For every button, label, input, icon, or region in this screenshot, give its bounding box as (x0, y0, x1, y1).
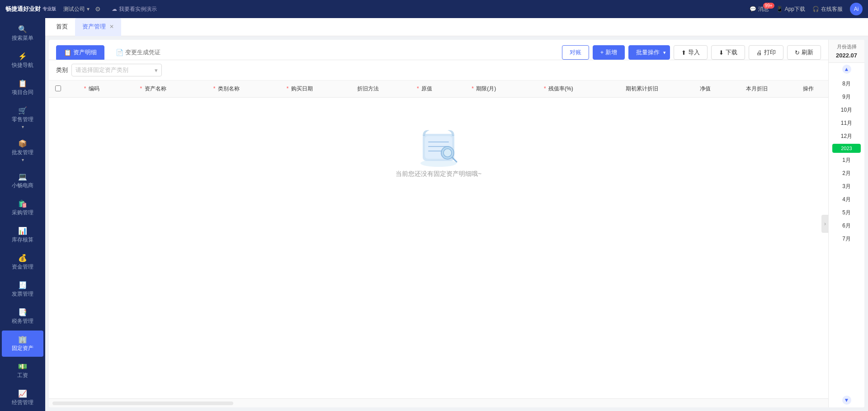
sidebar-label-wholesale: 批发管理 (12, 149, 33, 156)
sidebar-item-invoice[interactable]: 🧾 发票管理 (2, 276, 43, 302)
filter-category-placeholder: 请选择固定资产类别 (75, 66, 128, 74)
cash-icon: 💵 (18, 362, 27, 371)
sidebar-item-quicknav[interactable]: ⚡ 快捷导航 (2, 47, 43, 74)
page-content: 📋 资产明细 📄 变更生成凭证 对账 + 新增 (49, 40, 864, 407)
download-btn[interactable]: ⬇ 下载 (711, 45, 745, 60)
reconcile-btn[interactable]: 对账 (562, 45, 589, 60)
sub-tab-change-voucher[interactable]: 📄 变更生成凭证 (108, 45, 168, 60)
refresh-btn-label: 刷新 (802, 48, 813, 57)
sidebar-item-project[interactable]: 📋 项目合同 (2, 75, 43, 101)
month-item[interactable]: 5月 (829, 206, 864, 219)
table-wrapper: * 编码 * 资产名称 * 类别名称 (49, 80, 828, 398)
sidebar-item-inventory[interactable]: 📊 库存核算 (2, 222, 43, 248)
tab-asset-management[interactable]: 资产管理 ✕ (75, 18, 121, 36)
filter-dropdown-icon: ▾ (155, 67, 158, 74)
batch-btn[interactable]: 批量操作 ▾ (628, 45, 670, 60)
chart-icon: 📊 (18, 227, 27, 235)
batch-dropdown-icon: ▾ (663, 50, 666, 56)
message-badge: 99+ (763, 3, 774, 9)
company-name: 测试公司 (63, 5, 85, 13)
demo-text: 我要看实例演示 (119, 5, 157, 13)
filter-category-label: 类别 (56, 66, 68, 74)
sidebar-item-ops[interactable]: 📈 经营管理 (2, 385, 43, 411)
topbar-right: 💬 消息 99+ 📱 App下载 🎧 在线客服 Ai (750, 3, 863, 15)
month-item[interactable]: 11月 (829, 117, 864, 130)
company-selector[interactable]: 测试公司 ▾ (63, 5, 90, 13)
message-icon: 💬 (750, 6, 756, 12)
reconcile-btn-label: 对账 (570, 48, 581, 57)
headset-icon: 🎧 (812, 6, 819, 12)
sidebar-item-purchase[interactable]: 🛍️ 采购管理 (2, 195, 43, 221)
tab-home[interactable]: 首页 (49, 18, 75, 36)
month-item[interactable]: 1月 (829, 154, 864, 167)
month-down-btn[interactable]: ▼ (842, 396, 851, 405)
month-item[interactable]: 9月 (829, 90, 864, 104)
sub-tab-asset-detail[interactable]: 📋 资产明细 (56, 45, 104, 60)
month-item[interactable]: 8月 (829, 77, 864, 90)
bag-icon: 🛍️ (18, 199, 27, 208)
sub-tab-asset-detail-label: 资产明细 (73, 48, 97, 57)
month-item[interactable]: 3月 (829, 180, 864, 193)
top-bar: 畅捷通好业财 专业版 测试公司 ▾ ⚙ ☁ 我要看实例演示 💬 消息 99+ 📱… (0, 0, 868, 18)
month-item[interactable]: 6月 (829, 219, 864, 232)
th-accumulated: 期初累计折旧 (599, 80, 686, 98)
month-item[interactable]: 4月 (829, 193, 864, 206)
demo-link[interactable]: ☁ 我要看实例演示 (112, 5, 157, 13)
app-subtitle: 专业版 (42, 6, 56, 12)
sidebar-item-tax[interactable]: 📑 税务管理 (2, 303, 43, 330)
month-panel-title: 月份选择 (832, 43, 861, 50)
chevron-right-icon: › (824, 221, 826, 227)
main-layout: 🔍 搜索菜单 ⚡ 快捷导航 📋 项目合同 🛒 零售管理 ▾ 📦 批发管理 ▾ 💻… (0, 18, 868, 411)
message-btn[interactable]: 💬 消息 99+ (750, 5, 769, 13)
add-btn[interactable]: + 新增 (593, 45, 625, 60)
list-icon: 📋 (64, 49, 71, 56)
horizontal-scrollbar[interactable] (52, 402, 233, 405)
th-purchase-date: * 购买日期 (263, 80, 336, 98)
sidebar-item-salary[interactable]: 💵 工资 (2, 358, 43, 384)
refresh-icon: ↻ (795, 49, 800, 56)
arrow-down-icon2: ▾ (22, 157, 24, 162)
month-list: 8月9月10月11月12月20231月2月3月4月5月6月7月 (829, 76, 864, 393)
th-original-value: * 原值 (400, 80, 449, 98)
month-year-badge: 2023 (832, 144, 861, 153)
filter-category-select[interactable]: 请选择固定资产类别 ▾ (71, 64, 162, 76)
sidebar-label-search: 搜索菜单 (12, 34, 33, 42)
asset-table: * 编码 * 资产名称 * 类别名称 (49, 80, 828, 98)
sidebar-item-finance[interactable]: 💰 资金管理 (2, 249, 43, 275)
sidebar-label-tax: 税务管理 (12, 317, 33, 325)
th-code: * 编码 (67, 80, 117, 98)
settings-icon[interactable]: ⚙ (95, 5, 101, 13)
print-btn-label: 打印 (764, 48, 776, 57)
import-btn[interactable]: ⬆ 导入 (674, 45, 708, 60)
month-item[interactable]: 12月 (829, 130, 864, 143)
add-btn-label: + 新增 (600, 48, 617, 57)
month-item[interactable]: 10月 (829, 104, 864, 117)
bottom-scrollbar[interactable] (49, 398, 828, 407)
month-item[interactable]: 7月 (829, 232, 864, 246)
batch-btn-label: 批量操作 (636, 48, 660, 57)
tab-close-icon[interactable]: ✕ (109, 24, 114, 30)
month-item[interactable]: 2月 (829, 167, 864, 180)
sidebar-item-assets[interactable]: 🏢 固定资产 (2, 331, 43, 357)
month-up-btn[interactable]: ▲ (842, 65, 851, 74)
sidebar-item-ecom[interactable]: 💻 小畅电商 (2, 168, 43, 194)
app-download-btn[interactable]: 📱 App下载 (776, 5, 805, 13)
print-btn[interactable]: 🖨 打印 (749, 45, 783, 60)
refresh-btn[interactable]: ↻ 刷新 (787, 45, 821, 60)
dropdown-icon: ▾ (87, 6, 90, 12)
empty-text: 当前您还没有固定资产明细哦~ (396, 170, 481, 178)
phone-icon: 📱 (776, 6, 783, 12)
main-panel: 📋 资产明细 📄 变更生成凭证 对账 + 新增 (49, 40, 828, 407)
month-panel-toggle[interactable]: › (821, 215, 829, 233)
sidebar-item-retail[interactable]: 🛒 零售管理 ▾ (2, 102, 43, 134)
th-category: * 类别名称 (190, 80, 263, 98)
sidebar-item-wholesale[interactable]: 📦 批发管理 ▾ (2, 135, 43, 167)
download-icon: ⬇ (719, 49, 724, 56)
online-service-btn[interactable]: 🎧 在线客服 (812, 5, 843, 13)
sidebar-item-search[interactable]: 🔍 搜索菜单 (2, 20, 43, 47)
import-icon: ⬆ (681, 49, 686, 56)
sidebar-label-project: 项目合同 (12, 89, 33, 96)
user-avatar[interactable]: Ai (850, 3, 863, 15)
select-all-checkbox[interactable] (55, 85, 61, 91)
sidebar-label-finance: 资金管理 (12, 263, 33, 271)
